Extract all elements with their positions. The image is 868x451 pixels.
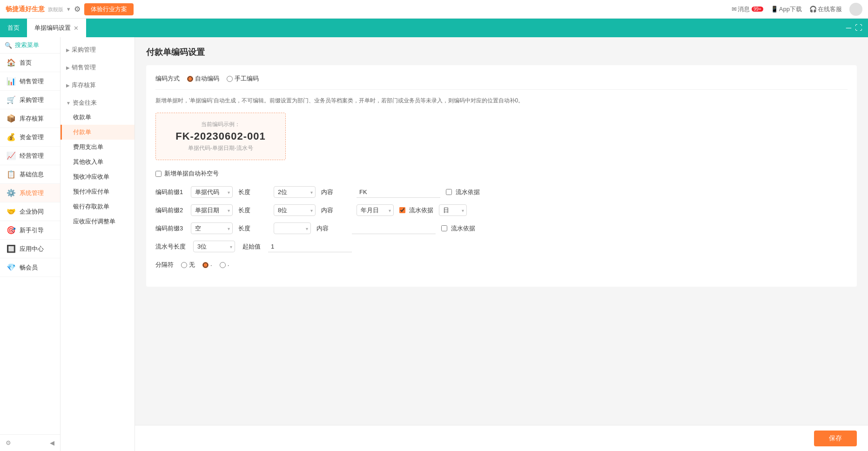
prefix2-select-wrapper: 单据日期: [191, 204, 233, 216]
settings-card: 编码方式 自动编码 手工编码 新增单据时，'单据编码'自动生成，不可编辑。前缀设…: [146, 65, 857, 287]
prefix2-label: 编码前缀2: [155, 206, 185, 215]
prefix3-select[interactable]: 空: [191, 222, 233, 234]
basic-icon: 📋: [7, 170, 16, 179]
separator-dot-radio[interactable]: [202, 262, 209, 268]
prefix3-select-wrapper: 空: [191, 222, 233, 234]
sidebar-item-operations[interactable]: 📈 经营管理: [0, 147, 60, 165]
serial-length-wrapper: 3位: [193, 241, 235, 252]
subnav-item-adjustment[interactable]: 应收应付调整单: [61, 214, 135, 229]
separator-none-radio[interactable]: [181, 262, 187, 268]
top-bar-left: 畅捷通好生意 旗舰版 ▾ ⚙ 体验行业方案: [6, 3, 134, 15]
member-icon: 💎: [7, 263, 16, 272]
separator-dash-option[interactable]: ·: [220, 262, 229, 269]
enterprise-icon: 🤝: [7, 207, 16, 216]
separator-dash-radio[interactable]: [220, 262, 226, 268]
prefix1-length-wrapper: 2位: [274, 186, 316, 198]
prefix3-waterflow-checkbox[interactable]: [441, 225, 447, 231]
subnav-group-finance-title[interactable]: ▼ 资金往来: [61, 96, 135, 110]
sidebar-item-guide[interactable]: 🎯 新手引导: [0, 221, 60, 240]
prefix3-content-input[interactable]: [352, 223, 436, 234]
separator-none-option[interactable]: 无: [181, 261, 195, 269]
prefix2-waterflow-option[interactable]: 流水依据: [399, 206, 433, 215]
subnav-item-expense[interactable]: 费用支出单: [61, 140, 135, 155]
save-button[interactable]: 保存: [814, 431, 857, 446]
prefix1-length-select[interactable]: 2位: [274, 186, 316, 198]
start-value-input[interactable]: [268, 241, 352, 252]
prefix2-content-wrapper: 年月日: [357, 204, 394, 216]
prefix1-waterflow-checkbox[interactable]: [446, 189, 452, 195]
chevron-down-icon: ▼: [66, 101, 71, 106]
prefix2-select[interactable]: 单据日期: [191, 204, 233, 216]
chevron-right-icon: ▶: [66, 65, 70, 70]
prefix3-length-select[interactable]: [274, 222, 311, 234]
prefix1-select[interactable]: 单据代码: [191, 186, 233, 198]
sidebar-item-member[interactable]: 💎 畅会员: [0, 258, 60, 277]
subnav-item-other-income[interactable]: 其他收入单: [61, 155, 135, 169]
sidebar-search[interactable]: 🔍 搜索菜单: [0, 37, 60, 54]
auto-encode-option[interactable]: 自动编码: [187, 74, 219, 83]
auto-fill-label: 新增单据自动补空号: [164, 169, 219, 178]
prefix1-waterflow-option[interactable]: 流水依据: [446, 188, 480, 196]
home-icon: 🏠: [7, 58, 16, 67]
subnav-item-payment[interactable]: 付款单: [61, 125, 135, 140]
system-icon: ⚙️: [7, 188, 16, 197]
app-download-link[interactable]: 📱 App下载: [771, 5, 802, 13]
nav-dropdown-arrow[interactable]: ▾: [67, 6, 70, 13]
sidebar-item-system[interactable]: ⚙️ 系统管理: [0, 184, 60, 202]
manual-encode-option[interactable]: 手工编码: [227, 74, 259, 83]
sidebar-item-purchase[interactable]: 🛒 采购管理: [0, 91, 60, 109]
tab-expand-icon[interactable]: ⛶: [855, 24, 862, 32]
prefix2-length-select[interactable]: 8位: [274, 204, 316, 216]
subnav-group-sales-title[interactable]: ▶ 销售管理: [61, 61, 135, 74]
purchase-icon: 🛒: [7, 95, 16, 104]
prefix2-content-select[interactable]: 年月日: [357, 204, 394, 216]
tab-document-code-settings[interactable]: 单据编码设置 ✕: [27, 19, 86, 37]
prefix3-label: 编码前缀3: [155, 224, 185, 233]
serial-length-select[interactable]: 3位: [193, 241, 235, 252]
sidebar-item-basic[interactable]: 📋 基础信息: [0, 165, 60, 184]
top-bar-right: ✉ 消息 99+ 📱 App下载 🎧 在线客服: [732, 3, 862, 16]
sidebar-bottom: ⚙ ◀: [0, 434, 60, 451]
subnav-item-prepaid-receivable[interactable]: 预收冲应收单: [61, 169, 135, 184]
subnav-group-inventory-title[interactable]: ▶ 库存核算: [61, 78, 135, 92]
sidebar-item-finance[interactable]: 💰 资金管理: [0, 128, 60, 147]
finance-icon: 💰: [7, 133, 16, 141]
prefix1-content-input[interactable]: [357, 187, 440, 198]
sidebar-collapse-icon[interactable]: ◀: [50, 439, 54, 446]
sidebar-item-home[interactable]: 🏠 首页: [0, 54, 60, 72]
tab-bar: 首页 单据编码设置 ✕ ─ ⛶: [0, 19, 868, 37]
online-service-link[interactable]: 🎧 在线客服: [809, 5, 842, 13]
user-avatar[interactable]: [849, 3, 862, 16]
prefix2-granularity-select[interactable]: 日: [439, 204, 467, 216]
prefix2-waterflow-checkbox[interactable]: [399, 207, 405, 213]
prefix3-length-wrapper: [274, 222, 311, 234]
headset-icon: 🎧: [809, 6, 817, 13]
tab-home[interactable]: 首页: [0, 19, 27, 37]
auto-fill-checkbox[interactable]: [155, 171, 161, 177]
separator-dot-option[interactable]: ·: [202, 262, 212, 269]
sidebar-item-sales[interactable]: 📊 销售管理: [0, 72, 60, 91]
auto-encode-radio[interactable]: [187, 76, 193, 82]
prefix2-granularity-wrapper: 日: [439, 204, 467, 216]
settings-icon[interactable]: ⚙: [74, 5, 81, 13]
subnav-item-receipt[interactable]: 收款单: [61, 110, 135, 125]
sidebar-item-apps[interactable]: 🔲 应用中心: [0, 240, 60, 258]
prefix1-length-label: 长度: [238, 188, 268, 196]
tab-close-icon[interactable]: ✕: [74, 25, 79, 32]
prefix3-waterflow-option[interactable]: 流水依据: [441, 224, 475, 233]
chevron-right-icon: ▶: [66, 83, 70, 88]
subnav-item-prepay-payable[interactable]: 预付冲应付单: [61, 184, 135, 199]
sidebar-settings-icon[interactable]: ⚙: [6, 439, 11, 446]
sidebar-item-enterprise[interactable]: 🤝 企业协同: [0, 202, 60, 221]
manual-encode-radio[interactable]: [227, 76, 233, 82]
explore-industry-button[interactable]: 体验行业方案: [84, 3, 134, 15]
tab-minimize-icon[interactable]: ─: [846, 24, 851, 32]
top-bar-nav: ▾ ⚙ 体验行业方案: [67, 3, 134, 15]
message-link[interactable]: ✉ 消息 99+: [732, 5, 763, 13]
apps-icon: 🔲: [7, 244, 16, 253]
sidebar-item-inventory[interactable]: 📦 库存核算: [0, 109, 60, 128]
subnav-group-purchase-title[interactable]: ▶ 采购管理: [61, 43, 135, 57]
subnav-item-bank[interactable]: 银行存取款单: [61, 199, 135, 214]
top-bar: 畅捷通好生意 旗舰版 ▾ ⚙ 体验行业方案 ✉ 消息 99+ 📱 App下载 🎧…: [0, 0, 868, 19]
tab-bar-actions: ─ ⛶: [846, 24, 868, 32]
